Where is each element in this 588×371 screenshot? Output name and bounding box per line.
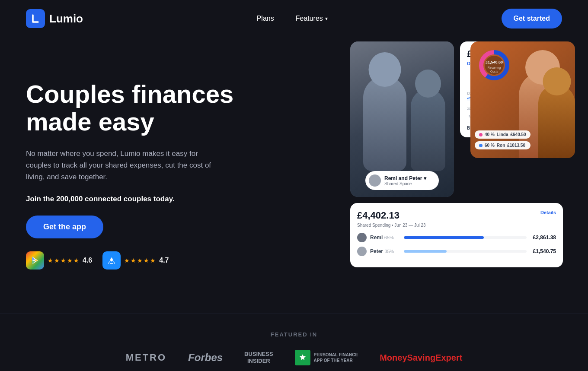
hero-left: Couples finances made easy No matter whe… [26, 54, 242, 270]
money-saving-expert-logo: MoneySavingExpert [380, 353, 462, 363]
hero-section: Couples finances made easy No matter whe… [0, 37, 588, 314]
svg-text:Recurring: Recurring [488, 66, 501, 70]
cards-bottom-row: £4,402.13 Details Shared Spending • Jun … [350, 203, 575, 267]
peter-avatar [357, 247, 367, 256]
ratings-row: ★★★★★ 4.6 ★★★★★ 4.7 [26, 251, 242, 270]
svg-text:Costs: Costs [490, 70, 498, 73]
spending-card: £4,402.13 Details Shared Spending • Jun … [350, 203, 563, 267]
business-insider-logo: BUSINESSINSIDER [244, 351, 273, 364]
get-started-button[interactable]: Get started [502, 9, 562, 29]
featured-logos: METRO Forbes BUSINESSINSIDER PERSONAL FI… [26, 350, 562, 365]
spending-header: £4,402.13 Details [357, 210, 556, 221]
peter-name-pct: Peter 35% [370, 248, 400, 254]
remi-progress-fill [404, 236, 484, 239]
svg-text:£1,540.60: £1,540.60 [486, 60, 503, 64]
remi-peter-badge: Remi and Peter ▾ Shared Space [365, 171, 439, 190]
app-store-icon [102, 251, 121, 270]
google-stars: ★★★★★ [48, 257, 79, 264]
couple-photo-card: Remi and Peter ▾ Shared Space [350, 41, 454, 197]
logo-area[interactable]: Lumio [26, 9, 83, 28]
badge-avatar [369, 174, 381, 187]
bba-badge-icon [295, 350, 310, 365]
app-store-rating: ★★★★★ 4.7 [102, 251, 169, 270]
person-row-peter: Peter 35% £1,540.75 [357, 247, 556, 256]
hero-title: Couples finances made easy [26, 80, 242, 136]
plans-link[interactable]: Plans [257, 15, 274, 22]
peter-amount: £1,540.75 [530, 248, 556, 254]
bba-text: PERSONAL FINANCEAPP OF THE YEAR [314, 352, 358, 363]
details-button[interactable]: Details [540, 210, 556, 215]
remi-avatar [357, 233, 367, 242]
hero-join-text: Join the 200,000 connected couples today… [26, 195, 242, 203]
features-link[interactable]: Features ▾ [296, 15, 328, 22]
remi-amount: £2,861.38 [530, 235, 556, 241]
logo-name: Lumio [49, 12, 83, 25]
navigation: Lumio Plans Features ▾ Get started [0, 0, 588, 37]
hero-subtitle: No matter where you spend, Lumio makes i… [26, 148, 216, 183]
google-rating-num: 4.6 [83, 257, 92, 264]
hero-right-cards: Remi and Peter ▾ Shared Space £58,000.23… [350, 41, 575, 267]
featured-section: FEATURED IN METRO Forbes BUSINESSINSIDER… [0, 314, 588, 371]
remi-name-pct: Remi 65% [370, 235, 400, 241]
remi-progress-bg [404, 236, 527, 239]
logo-icon [26, 9, 45, 28]
chevron-down-icon: ▾ [424, 175, 426, 181]
donut-card: £1,540.60 Recurring Costs 40 % Linda £64… [470, 41, 575, 158]
spending-amount: £4,402.13 [357, 210, 399, 221]
apple-stars: ★★★★★ [124, 257, 156, 264]
featured-label: FEATURED IN [26, 331, 562, 338]
forbes-logo: Forbes [188, 352, 223, 364]
donut-tags: 40 % Linda £640.50 60 % Ron £1013.50 [475, 130, 530, 149]
person-row-remi: Remi 65% £2,861.38 [357, 233, 556, 242]
apple-rating-num: 4.7 [159, 257, 169, 264]
ron-dot [479, 144, 483, 147]
british-bank-awards-logo: PERSONAL FINANCEAPP OF THE YEAR [295, 350, 358, 365]
donut-tag-ron: 60 % Ron £1013.50 [475, 141, 530, 149]
donut-chart-container: £1,540.60 Recurring Costs [476, 48, 512, 85]
donut-tag-linda: 40 % Linda £640.50 [475, 130, 530, 139]
metro-logo: METRO [126, 352, 166, 363]
linda-dot [479, 133, 483, 136]
nav-links: Plans Features ▾ [257, 15, 328, 22]
chevron-down-icon: ▾ [325, 16, 328, 22]
peter-progress-fill [404, 250, 447, 253]
get-app-button[interactable]: Get the app [26, 216, 103, 238]
spending-period: Shared Spending • Jun 23 — Jul 23 [357, 223, 556, 228]
peter-progress-bg [404, 250, 527, 253]
play-store-icon [26, 251, 44, 270]
google-play-rating: ★★★★★ 4.6 [26, 251, 92, 270]
